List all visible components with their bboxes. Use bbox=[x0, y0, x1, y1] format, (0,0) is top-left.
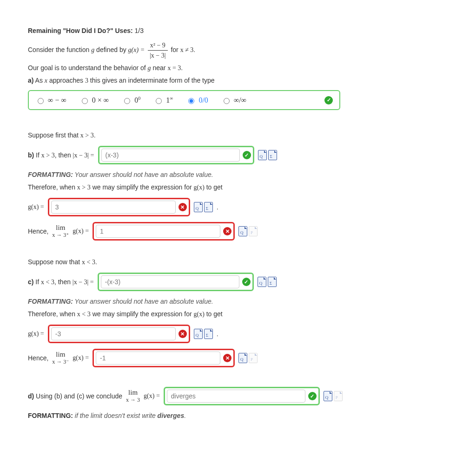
therefore-b: Therefore, when x > 3 we may simplify th… bbox=[28, 182, 448, 192]
radio-inf-minus-inf[interactable]: ∞ − ∞ bbox=[35, 96, 66, 104]
prompt-definition: Consider the function g defined by g(x) … bbox=[28, 40, 448, 60]
check-icon bbox=[324, 96, 333, 104]
part-b-gx-row: g(x) = . bbox=[28, 198, 448, 216]
prompt-goal: Our goal is to understand the behavior o… bbox=[28, 63, 448, 73]
radio-zero-over-zero[interactable]: 0/0 bbox=[186, 96, 208, 104]
check-icon bbox=[308, 392, 317, 400]
check-icon bbox=[243, 151, 251, 159]
doc-icon[interactable] bbox=[249, 226, 258, 236]
equation-icon[interactable] bbox=[268, 277, 277, 287]
indeterminate-form-choice: ∞ − ∞ 0 × ∞ 00 1∞ 0/0 ∞/∞ bbox=[28, 90, 340, 110]
radio-one-inf[interactable]: 1∞ bbox=[153, 96, 173, 104]
preview-icon[interactable] bbox=[258, 277, 266, 287]
input-b-gx[interactable] bbox=[51, 201, 176, 214]
formatting-note-d: FORMATTING: if the limit doesn't exist w… bbox=[28, 411, 448, 421]
preview-icon[interactable] bbox=[194, 202, 203, 212]
equation-icon[interactable] bbox=[204, 329, 213, 339]
x-icon bbox=[178, 203, 187, 211]
preview-icon[interactable] bbox=[238, 353, 247, 363]
fraction-denominator: |x − 3| bbox=[148, 51, 168, 60]
check-icon bbox=[242, 278, 251, 286]
x-icon bbox=[223, 354, 231, 362]
doc-icon[interactable] bbox=[249, 353, 258, 363]
x-icon bbox=[178, 330, 187, 338]
radio-zero-zero[interactable]: 00 bbox=[122, 96, 140, 104]
uses-remaining: Remaining "How Did I Do?" Uses: 1/3 bbox=[28, 26, 448, 36]
suppose-c: Suppose now that x < 3. bbox=[28, 257, 448, 267]
fraction-numerator: x² − 9 bbox=[148, 40, 168, 51]
radio-inf-over-inf[interactable]: ∞/∞ bbox=[221, 96, 246, 104]
formatting-note-b: FORMATTING: Your answer should not have … bbox=[28, 170, 448, 180]
x-icon bbox=[223, 227, 231, 235]
limit-notation: lim x → 3⁻ bbox=[52, 351, 69, 365]
equation-icon[interactable] bbox=[204, 202, 213, 212]
doc-icon[interactable] bbox=[334, 391, 343, 401]
preview-icon[interactable] bbox=[324, 391, 332, 401]
limit-notation: lim x → 3⁺ bbox=[52, 224, 69, 239]
therefore-c: Therefore, when x < 3 we may simplify th… bbox=[28, 309, 448, 319]
input-c-abs[interactable] bbox=[101, 275, 239, 288]
limit-notation: lim x → 3 bbox=[126, 389, 140, 404]
part-b-limit-row: Hence, lim x → 3⁺ g(x) = bbox=[28, 222, 448, 241]
input-d-limit[interactable] bbox=[167, 390, 305, 403]
preview-icon[interactable] bbox=[258, 150, 267, 160]
input-b-abs[interactable] bbox=[101, 149, 240, 162]
preview-icon[interactable] bbox=[194, 329, 203, 339]
preview-icon[interactable] bbox=[238, 226, 247, 236]
part-c-limit-row: Hence, lim x → 3⁻ g(x) = bbox=[28, 349, 448, 367]
input-c-gx[interactable] bbox=[51, 327, 176, 340]
part-b-row: b) If x > 3, then |x − 3| = bbox=[28, 146, 448, 164]
part-a-text: a) As x approaches 3 this gives an indet… bbox=[28, 76, 448, 85]
formatting-note-c: FORMATTING: Your answer should not have … bbox=[28, 297, 448, 306]
equation-icon[interactable] bbox=[268, 150, 277, 160]
part-c-gx-row: g(x) = . bbox=[28, 325, 448, 343]
part-d-row: d) Using (b) and (c) we conclude lim x →… bbox=[28, 387, 448, 405]
suppose-b: Suppose first that x > 3. bbox=[28, 130, 448, 140]
radio-zero-times-inf[interactable]: 0 × ∞ bbox=[79, 96, 109, 104]
input-c-limit[interactable] bbox=[96, 352, 220, 365]
part-c-row: c) If x < 3, then |x − 3| = bbox=[28, 273, 448, 291]
input-b-limit[interactable] bbox=[96, 225, 220, 238]
